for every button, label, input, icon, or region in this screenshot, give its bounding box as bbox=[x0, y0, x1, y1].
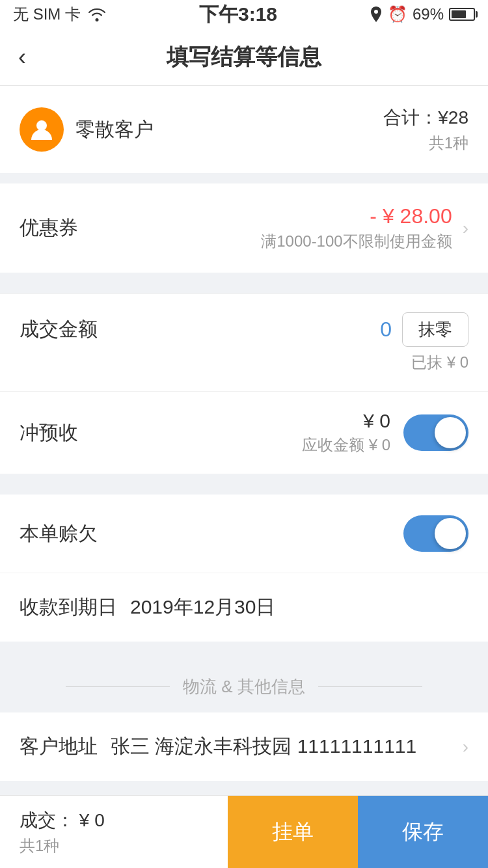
bottom-info: 成交： ¥ 0 共1种 bbox=[0, 808, 228, 856]
back-button[interactable]: ‹ bbox=[18, 44, 26, 71]
coupon-amount: - ¥ 28.00 bbox=[261, 204, 452, 228]
duedate-value: 2019年12月30日 bbox=[130, 594, 275, 621]
address-card: 客户地址 张三 海淀永丰科技园 11111111111 › bbox=[0, 712, 488, 781]
content: 零散客户 合计：¥28 共1种 优惠券 - ¥ 28.00 满1000-100不… bbox=[0, 86, 488, 868]
prepay-label: 冲预收 bbox=[20, 420, 78, 446]
deal-card: 成交金额 抹零 已抹 ¥ 0 冲预收 ¥ 0 应收金额 ¥ 0 bbox=[0, 293, 488, 474]
bottom-deal-value: ¥ 0 bbox=[79, 810, 105, 830]
prepay-right: ¥ 0 应收金额 ¥ 0 bbox=[302, 410, 468, 455]
coupon-label: 优惠券 bbox=[20, 215, 78, 241]
status-left: 无 SIM 卡 bbox=[13, 4, 107, 25]
svg-point-1 bbox=[36, 120, 47, 131]
section-divider-3 bbox=[0, 652, 488, 662]
save-button[interactable]: 保存 bbox=[358, 796, 488, 868]
coupon-row[interactable]: 优惠券 - ¥ 28.00 满1000-100不限制使用金额 › bbox=[0, 183, 488, 273]
deal-amount-sub: 已抹 ¥ 0 bbox=[20, 352, 468, 373]
prepay-sub: 应收金额 ¥ 0 bbox=[302, 435, 390, 455]
deal-amount-right: 抹零 bbox=[314, 312, 468, 347]
wifi-icon bbox=[87, 7, 107, 21]
customer-row: 零散客户 合计：¥28 共1种 bbox=[0, 86, 488, 173]
status-bar: 无 SIM 卡 下午3:18 ⏰ 69% bbox=[0, 0, 488, 29]
toggle-knob bbox=[435, 417, 466, 448]
debt-label: 本单赊欠 bbox=[20, 521, 98, 547]
customer-right: 合计：¥28 共1种 bbox=[383, 105, 468, 154]
debt-row: 本单赊欠 bbox=[0, 495, 488, 573]
customer-count: 共1种 bbox=[383, 133, 468, 154]
coupon-info: - ¥ 28.00 满1000-100不限制使用金额 bbox=[261, 204, 452, 252]
prepay-amount: ¥ 0 bbox=[302, 410, 390, 432]
person-icon bbox=[29, 116, 55, 142]
alarm-icon: ⏰ bbox=[388, 5, 407, 23]
prepay-info: ¥ 0 应收金额 ¥ 0 bbox=[302, 410, 390, 455]
no-sim-text: 无 SIM 卡 bbox=[13, 4, 81, 25]
debt-toggle[interactable] bbox=[403, 515, 468, 552]
address-value: 张三 海淀永丰科技园 11111111111 bbox=[111, 733, 463, 760]
customer-left: 零散客户 bbox=[20, 107, 154, 152]
battery-icon bbox=[449, 8, 475, 21]
nav-bar: ‹ 填写结算等信息 bbox=[0, 29, 488, 86]
debt-card: 本单赊欠 收款到期日 2019年12月30日 bbox=[0, 495, 488, 642]
svg-point-0 bbox=[374, 10, 378, 14]
battery-percent: 69% bbox=[413, 5, 444, 23]
chevron-right-icon: › bbox=[463, 218, 468, 239]
customer-total: 合计：¥28 bbox=[383, 105, 468, 130]
customer-card: 零散客户 合计：¥28 共1种 bbox=[0, 86, 488, 173]
coupon-right: - ¥ 28.00 满1000-100不限制使用金额 › bbox=[261, 204, 468, 252]
address-label: 客户地址 bbox=[20, 733, 98, 760]
bottom-deal: 成交： ¥ 0 bbox=[20, 808, 208, 833]
bottom-deal-label: 成交： bbox=[20, 810, 74, 830]
bottom-count: 共1种 bbox=[20, 835, 208, 856]
duedate-label: 收款到期日 bbox=[20, 594, 117, 621]
section-divider-1 bbox=[0, 283, 488, 293]
location-icon bbox=[370, 6, 383, 23]
pending-button[interactable]: 挂单 bbox=[228, 796, 358, 868]
round-down-button[interactable]: 抹零 bbox=[402, 312, 468, 347]
nav-title: 填写结算等信息 bbox=[167, 42, 321, 72]
coupon-card: 优惠券 - ¥ 28.00 满1000-100不限制使用金额 › bbox=[0, 183, 488, 273]
prepay-row: 冲预收 ¥ 0 应收金额 ¥ 0 bbox=[0, 391, 488, 474]
bottom-bar: 成交： ¥ 0 共1种 挂单 保存 bbox=[0, 795, 488, 868]
address-chevron-icon: › bbox=[463, 737, 468, 757]
customer-name: 零散客户 bbox=[75, 116, 154, 143]
deal-amount-input[interactable] bbox=[314, 318, 392, 342]
debt-toggle-knob bbox=[435, 518, 466, 549]
avatar bbox=[20, 107, 64, 152]
status-right: ⏰ 69% bbox=[370, 5, 475, 23]
deal-amount-top: 成交金额 抹零 bbox=[20, 312, 468, 347]
address-row[interactable]: 客户地址 张三 海淀永丰科技园 11111111111 › bbox=[0, 712, 488, 781]
prepay-toggle[interactable] bbox=[403, 414, 468, 451]
deal-amount-row: 成交金额 抹零 已抹 ¥ 0 bbox=[0, 293, 488, 391]
logistics-header: 物流 & 其他信息 bbox=[0, 662, 488, 711]
status-time: 下午3:18 bbox=[199, 1, 277, 28]
duedate-row: 收款到期日 2019年12月30日 bbox=[0, 573, 488, 642]
logistics-title: 物流 & 其他信息 bbox=[183, 675, 305, 698]
section-divider-2 bbox=[0, 484, 488, 495]
deal-amount-label: 成交金额 bbox=[20, 316, 98, 343]
coupon-desc: 满1000-100不限制使用金额 bbox=[261, 231, 452, 252]
